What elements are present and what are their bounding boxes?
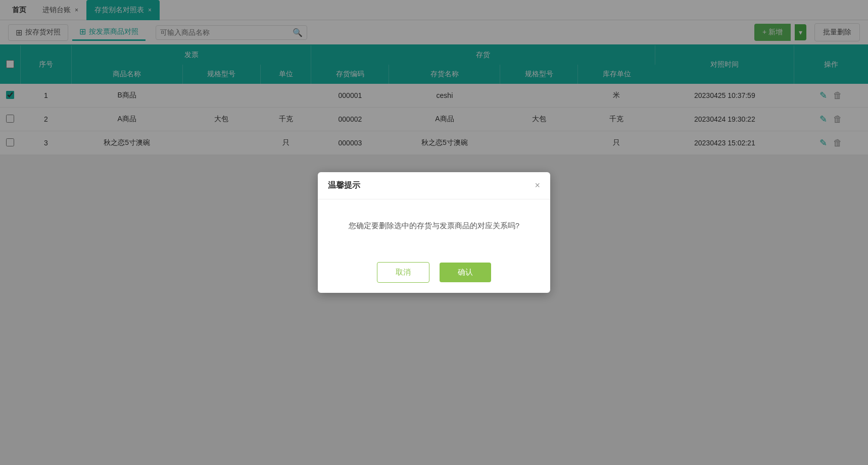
modal-overlay: 温馨提示 × 您确定要删除选中的存货与发票商品的对应关系吗? 取消 确认 xyxy=(0,0,868,155)
